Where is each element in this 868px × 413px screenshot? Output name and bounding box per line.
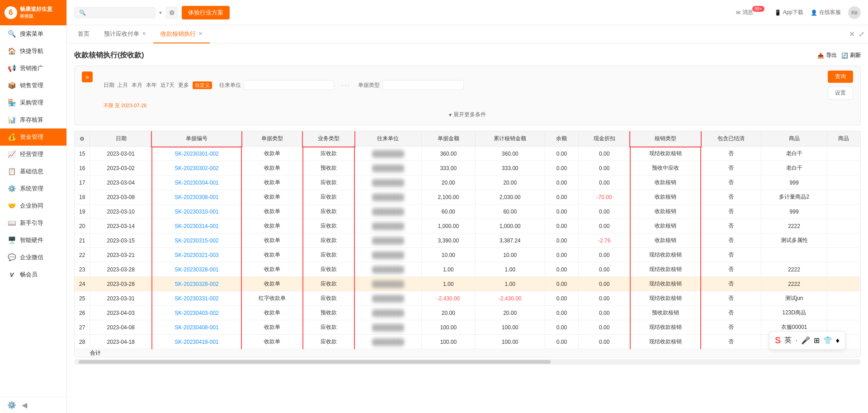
search-box[interactable]: 🔍	[74, 7, 156, 18]
col-settings[interactable]: ⚙	[75, 131, 90, 147]
row-bill-no-link[interactable]: SK-20230314-001	[175, 223, 218, 229]
row-bill-no[interactable]: SK-20230308-001	[152, 190, 241, 204]
sidebar-item-inventory[interactable]: 📊 库存核算	[0, 111, 66, 128]
row-bill-no[interactable]: SK-20230403-002	[152, 306, 241, 320]
user-avatar[interactable]: Rit	[848, 6, 861, 19]
sidebar-item-quick[interactable]: 🏠 快捷导航	[0, 43, 66, 60]
row-bill-no[interactable]: SK-20230302-002	[152, 161, 241, 176]
row-bill-no-link[interactable]: SK-20230408-001	[175, 324, 218, 331]
sidebar-item-finance[interactable]: 💰 资金管理	[0, 128, 66, 146]
row-included: 否	[701, 233, 761, 248]
row-bill-no-link[interactable]: SK-20230418-001	[175, 339, 218, 345]
sidebar-item-search[interactable]: 🔍 搜索菜单	[0, 25, 66, 43]
bill-type-select[interactable]	[382, 80, 464, 90]
row-bill-no[interactable]: SK-20230310-001	[152, 204, 241, 219]
sidebar-item-enterprise[interactable]: 🤝 企业协同	[0, 197, 66, 214]
scroll-thumb[interactable]	[79, 360, 551, 364]
settings-icon[interactable]: ⚙️	[7, 401, 16, 409]
sidebar-item-basic[interactable]: 📋 基础信息	[0, 163, 66, 180]
sidebar-item-guide[interactable]: 📖 新手引导	[0, 214, 66, 232]
row-bill-no-link[interactable]: SK-20230315-002	[175, 237, 218, 244]
sidebar: 6 畅康道好生意 标推版 🔍 搜索菜单 🏠 快捷导航 📢 营销推广 📦 销售管理…	[0, 0, 67, 413]
row-bill-no-link[interactable]: SK-20230403-002	[175, 310, 218, 316]
row-cash-discount: 0.00	[579, 291, 630, 306]
query-setting-btns: 查询 设置	[828, 71, 853, 100]
row-write-off-type: 现结收款核销	[630, 277, 701, 291]
row-bill-no[interactable]: SK-20230314-001	[152, 219, 241, 233]
partner-input[interactable]	[244, 80, 334, 90]
row-partner: ████████	[354, 204, 421, 219]
row-bill-no[interactable]: SK-20230328-001	[152, 262, 241, 277]
message-button[interactable]: ✉ 消息 99+	[736, 9, 767, 16]
row-bill-no[interactable]: SK-20230315-002	[152, 233, 241, 248]
row-bill-no-link[interactable]: SK-20230321-003	[175, 252, 218, 258]
tabbar: 首页 预计应收付单 ✕ 收款核销执行 ✕ ✕ ⤢	[67, 25, 868, 43]
more-date-link[interactable]: 更多	[178, 81, 189, 89]
row-bill-no-link[interactable]: SK-20230331-002	[175, 295, 218, 302]
row-product: 老白干	[761, 147, 827, 161]
tab-pre-payment[interactable]: 预计应收付单 ✕	[97, 25, 153, 43]
row-write-off-type: 预收中应收	[630, 161, 701, 176]
row-total-write-off: 20.00	[475, 306, 545, 320]
row-product-img	[827, 233, 860, 248]
partner-filter: 往来单位	[219, 80, 334, 90]
dropdown-arrow-icon[interactable]: ▾	[159, 9, 162, 16]
table-row: 172023-03-04SK-20230304-001收款单应收款███████…	[75, 176, 860, 190]
row-bill-no-link[interactable]: SK-20230301-002	[175, 151, 218, 157]
app-download-button[interactable]: 📱 App下载	[774, 9, 803, 16]
row-bill-no-link[interactable]: SK-20230302-002	[175, 165, 218, 171]
row-bill-no[interactable]: SK-20230331-002	[152, 291, 241, 306]
row-bill-no[interactable]: SK-20230418-001	[152, 335, 241, 349]
last-7days-link[interactable]: 近7天	[160, 81, 175, 89]
custom-date-btn[interactable]: 自定义	[193, 81, 212, 89]
tab-expand-button[interactable]: ⤢	[859, 30, 864, 38]
sidebar-item-operation[interactable]: 📈 经营管理	[0, 146, 66, 163]
this-year-link[interactable]: 本年	[146, 81, 157, 89]
tab-close-all-button[interactable]: ✕	[849, 30, 855, 38]
row-bill-no[interactable]: SK-20230304-001	[152, 176, 241, 190]
settings-button[interactable]: ⚙	[165, 6, 178, 19]
row-cash-discount: 0.00	[579, 277, 630, 291]
row-bill-no-link[interactable]: SK-20230328-001	[175, 266, 218, 273]
sidebar-item-wechat[interactable]: 💬 企业微信	[0, 249, 66, 266]
last-month-link[interactable]: 上月	[117, 81, 128, 89]
row-balance: 0.00	[545, 306, 579, 320]
row-bill-no-link[interactable]: SK-20230328-002	[175, 281, 218, 287]
refresh-button[interactable]: 🔄 刷新	[841, 52, 861, 59]
row-bill-no[interactable]: SK-20230328-002	[152, 277, 241, 291]
search-icon: 🔍	[79, 9, 86, 16]
sidebar-item-system[interactable]: ⚙️ 系统管理	[0, 180, 66, 197]
row-bill-type: 收款单	[241, 262, 303, 277]
row-bill-no[interactable]: SK-20230408-001	[152, 320, 241, 335]
row-total-write-off: 3,387.24	[475, 233, 545, 248]
query-button[interactable]: 查询	[828, 71, 853, 83]
date-links: 上月 本月 本年 近7天 更多 自定义	[117, 81, 212, 89]
collapse-icon[interactable]: ◀	[22, 401, 27, 409]
row-bill-no-link[interactable]: SK-20230308-001	[175, 194, 218, 200]
row-bill-type: 收款单	[241, 233, 303, 248]
setting-button[interactable]: 设置	[828, 86, 853, 100]
tab-collection[interactable]: 收款核销执行 ✕	[153, 25, 210, 43]
sidebar-item-member[interactable]: V 畅会员	[0, 266, 66, 283]
tab-collection-close-icon[interactable]: ✕	[198, 31, 203, 37]
filter-expand-button[interactable]: »	[82, 71, 93, 82]
row-no: 26	[75, 306, 90, 320]
row-bill-no[interactable]: SK-20230301-002	[152, 147, 241, 161]
export-button[interactable]: 📤 导出	[817, 52, 837, 59]
sidebar-item-marketing[interactable]: 📢 营销推广	[0, 60, 66, 77]
expand-more-button[interactable]: ▾ 展开更多条件	[82, 109, 853, 120]
sidebar-item-sales[interactable]: 📦 销售管理	[0, 77, 66, 94]
row-bill-no-link[interactable]: SK-20230304-001	[175, 180, 218, 186]
scroll-bar[interactable]	[74, 359, 861, 365]
sidebar-item-purchase[interactable]: 🏪 采购管理	[0, 94, 66, 111]
row-total-write-off: 1,000.00	[475, 219, 545, 233]
solution-button[interactable]: 体验行业方案	[182, 6, 230, 19]
s-logo-watermark: S 英 · 🎤 ⊞ 👕 ♦	[769, 331, 845, 350]
row-bill-no-link[interactable]: SK-20230310-001	[175, 209, 218, 215]
online-service-button[interactable]: 👤 在线客服	[811, 9, 841, 16]
this-month-link[interactable]: 本月	[132, 81, 142, 89]
sidebar-item-hardware[interactable]: 🖥️ 智能硬件	[0, 232, 66, 249]
row-bill-no[interactable]: SK-20230321-003	[152, 248, 241, 262]
tab-home[interactable]: 首页	[71, 25, 97, 43]
tab-pre-payment-close-icon[interactable]: ✕	[142, 31, 146, 37]
